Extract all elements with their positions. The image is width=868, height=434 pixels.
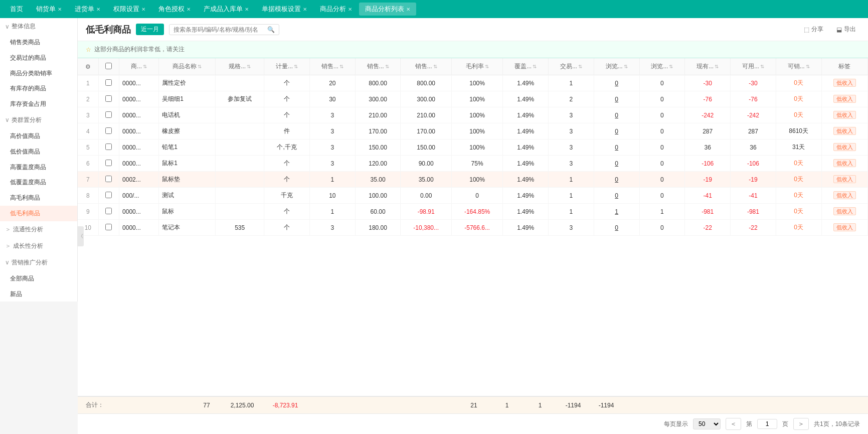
col-view1[interactable]: 浏览...⇅ [594, 58, 639, 75]
sidebar-group-cluster[interactable]: ∨ 类群置分析 [0, 112, 77, 128]
nav-product-analysis-list[interactable]: 商品分析列表 ✕ [359, 3, 416, 16]
col-trade-count[interactable]: 交易...⇅ [549, 58, 594, 75]
sidebar-group-overall[interactable]: ∨ 整体信息 [0, 18, 77, 35]
sidebar-item-all-goods[interactable]: 全部商品 [0, 271, 77, 286]
settings-icon[interactable]: ⚙ [85, 63, 91, 70]
nav-close-list[interactable]: ✕ [406, 7, 410, 12]
col-sales-price[interactable]: 销售...⇅ [355, 58, 401, 75]
prev-page-btn[interactable]: ＜ [726, 418, 741, 430]
row-checkbox[interactable] [105, 224, 112, 230]
nav-role-auth[interactable]: 角色授权 ✕ [152, 3, 197, 16]
nav-product-analysis[interactable]: 商品分析 ✕ [314, 3, 358, 16]
sidebar-item-capital[interactable]: 库存资金占用 [0, 96, 77, 112]
nav-close-template[interactable]: ✕ [303, 7, 307, 12]
view1-link[interactable]: 0 [615, 224, 618, 231]
sidebar-item-high-margin[interactable]: 高毛利商品 [0, 190, 77, 206]
col-unit[interactable]: 计量...⇅ [264, 58, 310, 75]
sidebar-group-growth[interactable]: ＞ 成长性分析 [0, 238, 77, 254]
col-settings[interactable]: ⚙ [78, 58, 98, 75]
sidebar-item-new-goods[interactable]: 新品 [0, 286, 77, 302]
view1-link[interactable]: 0 [615, 112, 618, 119]
nav-template-settings[interactable]: 单据模板设置 ✕ [256, 3, 313, 16]
nav-close-role[interactable]: ✕ [187, 7, 191, 12]
sidebar-item-traded-goods[interactable]: 交易过的商品 [0, 50, 77, 66]
nav-close-product[interactable]: ✕ [245, 7, 249, 12]
view1-link[interactable]: 0 [615, 160, 618, 167]
col-current-stock[interactable]: 现有...⇅ [685, 58, 731, 75]
col-code[interactable]: 商...⇅ [119, 58, 159, 75]
sidebar-collapse-btn[interactable]: 《 [78, 226, 84, 246]
col-sales-qty[interactable]: 销售...⇅ [309, 58, 355, 75]
sidebar-item-sales-goods[interactable]: 销售类商品 [0, 35, 77, 50]
col-sales-gross[interactable]: 销售...⇅ [401, 58, 451, 75]
row-checkbox[interactable] [105, 79, 112, 86]
share-btn[interactable]: ⬚ 分享 [800, 23, 827, 36]
row-view1[interactable]: 1 [594, 204, 639, 220]
row-view1[interactable]: 0 [594, 172, 639, 188]
row-view1[interactable]: 0 [594, 107, 639, 123]
page-number-input[interactable] [757, 419, 777, 429]
row-checkbox-cell[interactable] [98, 123, 119, 139]
export-btn[interactable]: ⬓ 导出 [832, 23, 860, 36]
sidebar-item-high-value[interactable]: 高价值商品 [0, 128, 77, 144]
sidebar-item-low-value[interactable]: 低价值商品 [0, 144, 77, 160]
row-checkbox-cell[interactable] [98, 139, 119, 156]
row-view1[interactable]: 0 [594, 123, 639, 139]
next-page-btn[interactable]: ＞ [793, 418, 809, 430]
row-checkbox-cell[interactable] [98, 107, 119, 123]
nav-close-analysis[interactable]: ✕ [348, 7, 352, 12]
row-checkbox-cell[interactable] [98, 204, 119, 220]
row-checkbox[interactable] [105, 160, 112, 166]
view1-link[interactable]: 0 [615, 144, 618, 151]
row-view1[interactable]: 0 [594, 139, 639, 156]
row-checkbox[interactable] [105, 176, 112, 182]
row-view1[interactable]: 0 [594, 220, 639, 236]
row-view1[interactable]: 0 [594, 91, 639, 107]
nav-purchase-order[interactable]: 进货单 ✕ [69, 3, 106, 16]
col-name[interactable]: 商品名称⇅ [159, 58, 216, 75]
row-checkbox-cell[interactable] [98, 75, 119, 91]
row-view1[interactable]: 0 [594, 75, 639, 91]
select-all-checkbox[interactable] [105, 63, 112, 69]
col-available[interactable]: 可用...⇅ [731, 58, 776, 75]
view1-link[interactable]: 1 [615, 208, 618, 215]
row-checkbox[interactable] [105, 143, 112, 150]
nav-permissions[interactable]: 权限设置 ✕ [107, 3, 151, 16]
row-checkbox[interactable] [105, 192, 112, 198]
row-checkbox-cell[interactable] [98, 91, 119, 107]
row-checkbox[interactable] [105, 95, 112, 102]
view1-link[interactable]: 0 [615, 96, 618, 103]
nav-product-entry[interactable]: 产成品入库单 ✕ [198, 3, 255, 16]
nav-close-sales[interactable]: ✕ [58, 7, 62, 12]
view1-link[interactable]: 0 [615, 128, 618, 135]
row-view1[interactable]: 0 [594, 156, 639, 172]
row-checkbox[interactable] [105, 127, 112, 134]
col-gross-rate[interactable]: 毛利率⇅ [451, 58, 502, 75]
col-view2[interactable]: 浏览...⇅ [639, 58, 685, 75]
search-input[interactable] [173, 26, 267, 33]
row-checkbox-cell[interactable] [98, 172, 119, 188]
page-size-select[interactable]: 20 50 100 [693, 418, 721, 429]
nav-sales-order[interactable]: 销货单 ✕ [30, 3, 68, 16]
nav-close-permissions[interactable]: ✕ [141, 7, 145, 12]
sidebar-item-stocked-goods[interactable]: 有库存的商品 [0, 81, 77, 96]
col-spec[interactable]: 规格...⇅ [216, 58, 264, 75]
row-checkbox-cell[interactable] [98, 188, 119, 204]
row-checkbox[interactable] [105, 208, 112, 214]
view1-link[interactable]: 0 [615, 176, 618, 183]
view1-link[interactable]: 0 [615, 80, 618, 87]
sidebar-group-flow[interactable]: ＞ 流通性分析 [0, 221, 77, 238]
row-checkbox-cell[interactable] [98, 156, 119, 172]
sidebar-group-marketing[interactable]: ∨ 营销推广分析 [0, 254, 77, 271]
search-box[interactable]: 🔍 [169, 24, 279, 35]
sidebar-item-category-rate[interactable]: 商品分类助销率 [0, 66, 77, 81]
view1-link[interactable]: 0 [615, 192, 618, 199]
search-icon[interactable]: 🔍 [267, 26, 275, 33]
col-saleable[interactable]: 可销...⇅ [776, 58, 821, 75]
row-checkbox-cell[interactable] [98, 220, 119, 236]
nav-home[interactable]: 首页 [4, 3, 29, 16]
row-view1[interactable]: 0 [594, 188, 639, 204]
time-filter-btn[interactable]: 近一月 [136, 24, 164, 35]
sidebar-item-high-coverage[interactable]: 高覆盖度商品 [0, 160, 77, 175]
nav-close-purchase[interactable]: ✕ [96, 7, 100, 12]
